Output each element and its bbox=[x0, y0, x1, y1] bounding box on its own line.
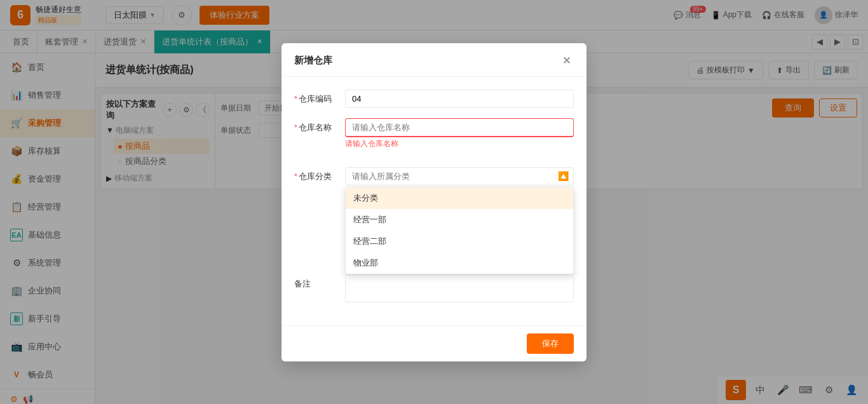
warehouse-code-input[interactable] bbox=[345, 90, 574, 108]
warehouse-name-label: *仓库名称 bbox=[294, 118, 345, 133]
warehouse-name-error: 请输入仓库名称 bbox=[345, 138, 574, 149]
warehouse-category-label: *仓库分类 bbox=[294, 167, 345, 182]
category-dropdown-list: 未分类 经营一部 经营二部 物业部 bbox=[345, 187, 574, 274]
category-dropdown-toggle[interactable]: 🔼 bbox=[558, 171, 569, 181]
dialog-close-button[interactable]: ✕ bbox=[559, 53, 574, 69]
remark-input[interactable] bbox=[345, 274, 574, 302]
remark-label: 备注 bbox=[294, 274, 345, 290]
dropdown-item-op2[interactable]: 经营二部 bbox=[346, 231, 573, 252]
form-row-remark: 备注 bbox=[294, 274, 574, 302]
dropdown-item-op3[interactable]: 物业部 bbox=[346, 252, 573, 274]
dropdown-item-uncategorized[interactable]: 未分类 bbox=[346, 187, 573, 209]
dropdown-item-op1[interactable]: 经营一部 bbox=[346, 209, 573, 231]
warehouse-name-input[interactable] bbox=[345, 118, 574, 137]
form-row-name: *仓库名称 请输入仓库名称 bbox=[294, 118, 574, 149]
dialog-title: 新增仓库 bbox=[294, 55, 332, 67]
dialog-add-warehouse: 新增仓库 ✕ *仓库编码 *仓库名称 请输入仓库名称 bbox=[281, 43, 587, 361]
save-button[interactable]: 保存 bbox=[527, 333, 574, 354]
form-row-category: *仓库分类 🔼 未分类 经营一部 经营二部 物业部 bbox=[294, 167, 574, 185]
warehouse-category-input[interactable] bbox=[345, 167, 574, 185]
warehouse-code-label: *仓库编码 bbox=[294, 90, 345, 105]
dialog-footer: 保存 bbox=[281, 325, 587, 361]
modal-overlay[interactable]: 新增仓库 ✕ *仓库编码 *仓库名称 请输入仓库名称 bbox=[0, 0, 868, 404]
dialog-header: 新增仓库 ✕ bbox=[281, 43, 587, 77]
warehouse-category-wrapper: 🔼 未分类 经营一部 经营二部 物业部 bbox=[345, 167, 574, 185]
form-row-code: *仓库编码 bbox=[294, 90, 574, 108]
dialog-body: *仓库编码 *仓库名称 请输入仓库名称 *仓库分类 bbox=[281, 77, 587, 325]
warehouse-name-wrapper: 请输入仓库名称 bbox=[345, 118, 574, 149]
